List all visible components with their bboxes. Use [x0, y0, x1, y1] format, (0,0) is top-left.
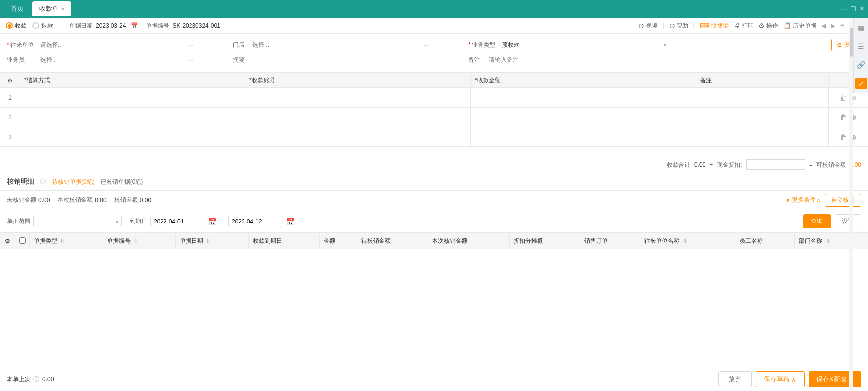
bth-settings[interactable]: ⚙ [0, 233, 15, 249]
business-type-select[interactable]: 预收款 ▾ [499, 39, 828, 51]
cell-remark-3[interactable] [696, 127, 828, 147]
sort-type-icon[interactable]: ⇅ [60, 238, 64, 244]
bth-checkbox[interactable] [15, 233, 30, 249]
total-label: 收款合计 [667, 161, 690, 169]
form-area: *往来单位 ··· 门店 ··· *业务类型 [0, 34, 868, 73]
remark-label: 备注 [468, 56, 480, 64]
diff-value: 0.00 [140, 197, 151, 204]
counterpart-more-btn[interactable]: ··· [188, 41, 193, 49]
salesperson-more-btn[interactable]: ··· [188, 56, 193, 64]
done-tab[interactable]: 已核销单据(0笔) [101, 178, 143, 186]
minimize-icon[interactable]: — [839, 4, 847, 13]
close-window-icon[interactable]: × [860, 4, 864, 13]
save-draft-label: 保存草稿 [764, 375, 789, 384]
summary-label: 摘要 [233, 56, 246, 64]
bth-dept: 部门名称 ⇅ [795, 233, 868, 249]
range-select-wrapper [33, 216, 122, 227]
help-btn[interactable]: ⊙ 帮助 [669, 22, 688, 30]
sidebar-attachment-icon[interactable]: 🔗 [855, 59, 867, 71]
radio-tuikuan[interactable]: 退款 [32, 22, 53, 30]
info-icon-footer[interactable]: ⓘ [33, 375, 39, 384]
footer-info: 本单上次 ⓘ 0.00 [7, 375, 54, 384]
table-row: 2 🗑 ⊕ [0, 108, 868, 127]
counterpart-input[interactable] [37, 40, 183, 50]
date-from-input[interactable] [150, 216, 204, 227]
nav-right-icon[interactable]: ▶ [831, 22, 835, 29]
sidebar-expand-icon[interactable]: ⤢ [855, 78, 867, 89]
cell-settlement-3[interactable] [20, 127, 245, 147]
unverified-label: 未核销金额 [7, 196, 36, 204]
discard-btn[interactable]: 放弃 [718, 371, 752, 387]
discount-label: 现金折扣: [717, 161, 742, 169]
th-settings[interactable]: ⚙ [0, 73, 20, 88]
tab-active[interactable]: 收款单 × [32, 1, 71, 16]
payment-type-group: 收款 退款 [6, 22, 53, 30]
video-btn[interactable]: ⊙ 视频 [638, 22, 657, 30]
salesperson-input[interactable] [37, 55, 183, 65]
cell-account-1[interactable] [245, 88, 470, 108]
sidebar-table-icon[interactable]: ▦ [855, 22, 867, 33]
shortcut-icon: ⌨ [700, 22, 709, 29]
calendar-to-icon[interactable]: 📅 [286, 218, 295, 225]
date-to-input[interactable] [228, 216, 282, 227]
filter-settings-btn[interactable]: 设置 [835, 214, 861, 228]
tab-bar: 首页 收款单 × — □ × [0, 0, 868, 18]
cell-account-2[interactable] [245, 108, 470, 127]
counterpart-field: *往来单位 ··· [7, 40, 193, 50]
cell-amount-1[interactable] [470, 88, 696, 108]
maximize-icon[interactable]: □ [851, 4, 856, 13]
scrollbar[interactable] [849, 18, 853, 391]
sidebar-list-icon[interactable]: ☰ [855, 40, 867, 52]
bth-counterpart: 往来单位名称 ⇅ [640, 233, 735, 249]
shortcut-btn[interactable]: ⌨ 快捷键 [700, 22, 729, 30]
tab-home[interactable]: 首页 [4, 1, 30, 16]
cell-remark-1[interactable] [696, 88, 828, 108]
calendar-icon[interactable]: 📅 [131, 22, 138, 29]
remark-input[interactable] [486, 55, 861, 65]
filter-row: 单据范围 到期日 📅 — 📅 查询 设置 [0, 210, 868, 233]
operate-btn[interactable]: ⚙ 操作 [759, 22, 778, 30]
cell-account-3[interactable] [245, 127, 470, 147]
th-amount: *收款金额 [470, 73, 696, 88]
history-btn[interactable]: 📋 历史单据 [783, 22, 816, 30]
cell-amount-2[interactable] [470, 108, 696, 127]
delete-row-1-icon[interactable]: 🗑 [840, 94, 847, 102]
number-value: SK-20230324-001 [172, 22, 220, 29]
more-conditions-btn[interactable]: ▼ 更多条件 ∧ [785, 196, 821, 204]
sort-dept-icon[interactable]: ⇅ [826, 238, 830, 244]
summary-input[interactable] [249, 55, 429, 65]
store-more-btn[interactable]: ··· [423, 41, 429, 49]
cell-remark-2[interactable] [696, 108, 828, 127]
sort-date-icon[interactable]: ⇅ [206, 238, 210, 244]
business-type-label: *业务类型 [468, 41, 496, 49]
cell-amount-3[interactable] [470, 127, 696, 147]
print-btn[interactable]: 🖨 打印 [733, 22, 754, 30]
available-label: 可核销金额 [816, 161, 846, 169]
business-type-arrow: ▾ [664, 42, 826, 48]
cell-settlement-2[interactable] [20, 108, 245, 127]
delete-row-3-icon[interactable]: 🗑 [840, 133, 847, 141]
range-select[interactable] [33, 216, 122, 227]
query-btn[interactable]: 查询 [803, 214, 831, 228]
nav-left-icon[interactable]: ◀ [821, 22, 826, 29]
cell-settlement-1[interactable] [20, 88, 245, 108]
print-icon: 🖨 [733, 22, 740, 29]
auto-cancel-btn[interactable]: 自动核销 [825, 194, 861, 207]
equals-sign: = [809, 161, 813, 168]
delete-row-2-icon[interactable]: 🗑 [840, 113, 847, 121]
discount-input[interactable] [746, 159, 805, 170]
sort-counterpart-icon[interactable]: ⇅ [683, 238, 687, 244]
tab-close-icon[interactable]: × [61, 6, 64, 12]
list-view-icon[interactable]: ≡ [840, 21, 844, 30]
calendar-from-icon[interactable]: 📅 [208, 218, 217, 225]
save-draft-arrow-icon[interactable]: ∧ [791, 376, 796, 383]
info-icon[interactable]: ⓘ [40, 178, 46, 186]
pending-tab[interactable]: 待核销单据(0笔) [52, 178, 95, 186]
tab-label: 收款单 [39, 4, 58, 13]
date-label: 单据日期 [69, 22, 93, 30]
radio-shoukuan[interactable]: 收款 [6, 22, 27, 30]
save-draft-btn[interactable]: 保存草稿 ∧ [756, 371, 805, 387]
store-input[interactable] [249, 40, 418, 50]
sort-number-icon[interactable]: ⇅ [134, 238, 137, 244]
select-all-checkbox[interactable] [19, 237, 26, 244]
